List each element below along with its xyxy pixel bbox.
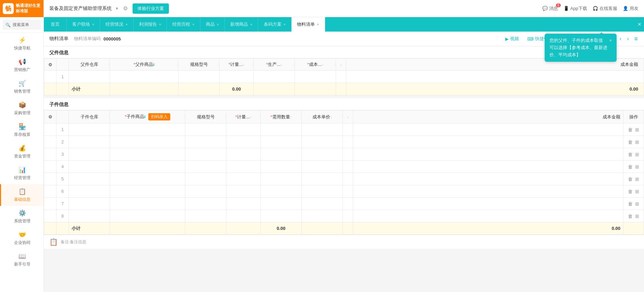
settings-col-icon[interactable]: ⚙ [48, 62, 52, 67]
child-row-1-spec[interactable] [185, 124, 226, 136]
child-resize-spec[interactable] [225, 110, 226, 123]
settings-icon-btn[interactable]: ⚙ [122, 4, 128, 12]
tab-operations[interactable]: 经营情况 × [100, 17, 133, 32]
delete-row-3-btn[interactable]: 🗑 [627, 151, 633, 158]
delete-row-6-btn[interactable]: 🗑 [627, 188, 633, 195]
delete-row-4-btn[interactable]: 🗑 [627, 163, 633, 170]
nav-prev-btn[interactable]: ‹ [619, 35, 622, 43]
tab-history[interactable]: 经营历程 × [167, 17, 200, 32]
tab-bom[interactable]: 物料清单 × [292, 17, 325, 32]
copy-row-4-btn[interactable]: ⊞ [634, 163, 640, 170]
parent-row-1-warehouse[interactable] [69, 71, 110, 83]
copy-row-5-btn[interactable]: ⊞ [634, 176, 640, 183]
sidebar-item-system[interactable]: ⚙️ 系统管理 [0, 206, 44, 227]
tab-close-history[interactable]: × [192, 22, 194, 26]
sidebar-item-purchase[interactable]: 📦 采购管理 [0, 98, 44, 119]
user-btn[interactable]: 👤 用友 [623, 5, 639, 12]
parent-row-1-spec[interactable] [178, 71, 220, 83]
tab-close-operations[interactable]: × [125, 22, 127, 26]
parent-row-1-cost-amount [346, 71, 644, 83]
parent-row-1-produce[interactable] [254, 71, 295, 83]
child-section: 子件信息 ⚙ 子件仓库 *子件商品ℹ 扫码录入 [44, 98, 644, 235]
child-resize-unit[interactable] [259, 110, 260, 123]
topbar-right: 💬 6 消息 📱 App下载 🎧 在线客服 👤 用友 [542, 5, 639, 12]
grid-view-btn[interactable]: ≡ [633, 35, 639, 43]
tab-new-products[interactable]: 新增商品 × [225, 17, 258, 32]
sidebar-item-finance[interactable]: 💰 资金管理 [0, 141, 44, 163]
app-download-btn[interactable]: 📱 App下载 [564, 5, 587, 12]
section-divider [44, 95, 644, 98]
video-btn[interactable]: ▶ 视频 [503, 34, 521, 43]
tooltip-close-btn[interactable]: × [609, 37, 612, 44]
child-row-1-unit[interactable] [226, 124, 261, 136]
delete-row-2-btn[interactable]: 🗑 [627, 139, 633, 145]
sidebar-item-guide[interactable]: 📖 新手引导 [0, 249, 44, 271]
cost-tooltip: × 您的父件、子件的成本取值可以选择【参考成本、最新进价、平均成本】 [545, 34, 617, 62]
child-col-warehouse: 子件仓库 [69, 110, 110, 124]
scan-input-btn[interactable]: 扫码录入 [148, 113, 170, 120]
nav-next-btn[interactable]: › [626, 35, 629, 43]
sidebar-nav: ⚡ 快捷导航 📢 营销推广 🛒 销售管理 📦 采购管理 🏪 库存核算 💰 资金管… [0, 33, 44, 292]
parent-row-1-product[interactable] [110, 71, 178, 83]
child-row-1-warehouse[interactable] [69, 124, 110, 136]
sidebar-item-operations[interactable]: 📊 经营管理 [0, 163, 44, 184]
sidebar-item-basic-info[interactable]: 📋 基础信息 [0, 184, 44, 206]
sidebar-item-marketing[interactable]: 📢 营销推广 [0, 55, 44, 76]
search-menu-button[interactable]: 🔍 搜索菜单 [3, 20, 41, 30]
resize-produce[interactable] [293, 59, 295, 70]
tab-profit[interactable]: 利润报告 × [134, 17, 167, 32]
child-resize-unit-price[interactable] [341, 110, 343, 123]
parent-row-1-settings [44, 71, 57, 83]
copy-row-8-btn[interactable]: ⊞ [634, 213, 640, 220]
child-col-qty: *需用数量↕ [261, 110, 302, 124]
tab-close-products[interactable]: × [217, 22, 219, 26]
resize-spec[interactable] [218, 59, 219, 70]
delete-row-8-btn[interactable]: 🗑 [627, 213, 633, 220]
dropdown-icon: ▾ [116, 6, 118, 11]
delete-row-5-btn[interactable]: 🗑 [627, 176, 633, 183]
message-btn[interactable]: 💬 6 消息 [542, 5, 558, 12]
parent-col-num [57, 59, 69, 71]
sidebar-item-enterprise[interactable]: 🤝 企业协同 [0, 227, 44, 249]
tab-customers[interactable]: 客户联络 × [67, 17, 100, 32]
sidebar-item-quick-nav[interactable]: ⚡ 快捷导航 [0, 33, 44, 55]
tab-close-customers[interactable]: × [92, 22, 94, 26]
trial-btn[interactable]: 体验行业方案 [133, 3, 169, 14]
child-row-1-unit-price[interactable] [302, 124, 343, 136]
resize-unit[interactable] [252, 59, 253, 70]
video-icon: ▶ [505, 36, 509, 42]
resize-product[interactable] [177, 59, 178, 70]
gear-icon: ⚙️ [18, 209, 26, 217]
parent-row-1: 1 [44, 71, 644, 83]
tab-home[interactable]: 首页 [44, 17, 67, 32]
delete-row-1-btn[interactable]: 🗑 [627, 126, 633, 133]
tab-barcode[interactable]: 条码方案 × [258, 17, 292, 32]
sidebar-item-sales[interactable]: 🛒 销售管理 [0, 76, 44, 98]
delete-row-7-btn[interactable]: 🗑 [627, 200, 633, 207]
tab-close-bom[interactable]: × [317, 22, 319, 26]
parent-row-1-cost[interactable] [295, 71, 336, 83]
copy-row-2-btn[interactable]: ⊞ [634, 139, 640, 145]
close-all-tabs-btn[interactable]: × [637, 21, 644, 28]
parent-row-1-unit[interactable] [220, 71, 254, 83]
child-row-1-qty[interactable] [261, 124, 302, 136]
copy-row-7-btn[interactable]: ⊞ [634, 200, 640, 207]
tab-close-profit[interactable]: × [159, 22, 161, 26]
child-row-1-product[interactable] [110, 124, 185, 136]
parent-col-settings: ⚙ [44, 59, 57, 71]
resize-warehouse[interactable] [108, 59, 110, 70]
tab-products[interactable]: 商品 × [200, 17, 225, 32]
child-resize-qty[interactable] [300, 110, 301, 123]
child-resize-product[interactable] [184, 110, 185, 123]
child-resize-warehouse[interactable] [108, 110, 110, 123]
tab-close-barcode[interactable]: × [284, 22, 286, 26]
sidebar-item-inventory[interactable]: 🏪 库存核算 [0, 119, 44, 141]
copy-row-1-btn[interactable]: ⊞ [634, 126, 640, 133]
child-settings-col-icon[interactable]: ⚙ [48, 114, 52, 119]
resize-cost[interactable] [334, 59, 336, 70]
online-service-btn[interactable]: 🎧 在线客服 [593, 5, 617, 12]
parent-subtotal-row: 小计 0.00 0.00 [44, 83, 644, 95]
tab-close-new-products[interactable]: × [250, 22, 252, 26]
copy-row-6-btn[interactable]: ⊞ [634, 188, 640, 195]
copy-row-3-btn[interactable]: ⊞ [634, 151, 640, 158]
